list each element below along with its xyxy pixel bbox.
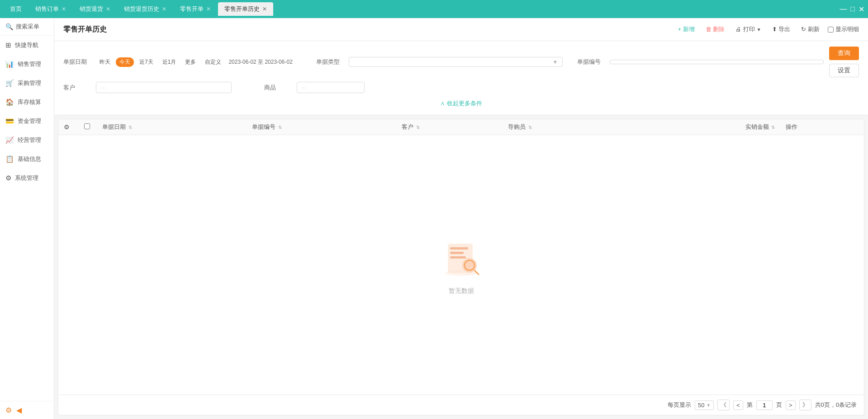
main-layout: 🔍 搜索采单 ⊞ 快捷导航 📊 销售管理 🛒 采购管理 🏠 库存核算 💳 资金管… xyxy=(0,18,868,419)
doc-type-select[interactable]: ▼ xyxy=(349,57,563,67)
delete-button[interactable]: 🗑 删除 xyxy=(703,24,728,35)
page-label-after: 页 xyxy=(776,401,782,409)
close-icon[interactable]: ✕ xyxy=(162,6,166,12)
sidebar-search[interactable]: 🔍 搜索采单 xyxy=(0,18,54,36)
search-icon: 🔍 xyxy=(5,23,13,30)
customer-label: 客户 xyxy=(63,84,90,92)
col-amount: 实销金额 ⇅ xyxy=(631,119,780,135)
tab-retail-open-history[interactable]: 零售开单历史 ✕ xyxy=(218,2,273,16)
first-page-button[interactable]: 《 xyxy=(717,400,730,410)
new-button[interactable]: + 新增 xyxy=(675,24,697,35)
close-button[interactable]: ✕ xyxy=(859,5,864,14)
page-input[interactable] xyxy=(756,400,773,410)
date-opt-more[interactable]: 更多 xyxy=(181,57,199,67)
sort-icon[interactable]: ⇅ xyxy=(278,125,282,130)
last-page-button[interactable]: 》 xyxy=(799,400,811,410)
svg-rect-3 xyxy=(450,252,464,254)
svg-rect-4 xyxy=(450,256,466,259)
close-icon[interactable]: ✕ xyxy=(106,6,110,12)
date-opt-custom[interactable]: 自定义 xyxy=(201,57,225,67)
page-label-before: 第 xyxy=(747,401,753,409)
money-icon: 💳 xyxy=(5,117,14,125)
grid-icon: ⊞ xyxy=(5,41,11,49)
maximize-button[interactable]: □ xyxy=(850,5,855,14)
tab-sales-return[interactable]: 销货退货 ✕ xyxy=(73,2,117,16)
col-customer: 客户 ⇅ xyxy=(396,119,503,135)
sidebar-item-finance[interactable]: 💳 资金管理 xyxy=(0,112,54,131)
next-page-button[interactable]: > xyxy=(786,400,796,410)
tab-home[interactable]: 首页 xyxy=(4,2,28,16)
table-area: ⚙ 单据日期 ⇅ 单据编号 ⇅ xyxy=(58,119,864,415)
date-opt-today[interactable]: 今天 xyxy=(116,57,134,67)
export-button[interactable]: ⬆ 导出 xyxy=(769,24,793,35)
date-label: 单据日期 xyxy=(63,58,90,66)
doc-no-label: 单据编号 xyxy=(577,58,604,66)
print-button[interactable]: 🖨 打印 ▼ xyxy=(733,24,764,35)
cart-icon: 🛒 xyxy=(5,79,14,87)
sidebar-item-sales-mgmt[interactable]: 📊 销售管理 xyxy=(0,55,54,74)
total-info: 共0页，0条记录 xyxy=(815,401,857,409)
chevron-down-icon: ▼ xyxy=(706,403,711,408)
collapse-sidebar-icon[interactable]: ◀ xyxy=(16,406,22,414)
tab-retail-open[interactable]: 零售开单 ✕ xyxy=(174,2,217,16)
sidebar-item-purchase-mgmt[interactable]: 🛒 采购管理 xyxy=(0,74,54,93)
show-detail-input[interactable] xyxy=(828,27,834,33)
empty-state: 暂无数据 xyxy=(58,135,864,395)
chevron-down-icon: ▼ xyxy=(757,27,761,32)
sort-icon[interactable]: ⇅ xyxy=(416,125,420,130)
sidebar-item-inventory[interactable]: 🏠 库存核算 xyxy=(0,93,54,112)
content-area: 零售开单历史 + 新增 🗑 删除 🖨 打印 ▼ ⬆ 导出 ↻ 刷新 xyxy=(54,18,868,419)
col-salesperson: 导购员 ⇅ xyxy=(503,119,631,135)
prev-page-button[interactable]: < xyxy=(733,400,743,410)
sidebar-item-quick-nav[interactable]: ⊞ 快捷导航 xyxy=(0,36,54,55)
house-icon: 🏠 xyxy=(5,98,14,106)
sidebar: 🔍 搜索采单 ⊞ 快捷导航 📊 销售管理 🛒 采购管理 🏠 库存核算 💳 资金管… xyxy=(0,18,54,419)
page-title: 零售开单历史 xyxy=(63,25,107,34)
empty-text: 暂无数据 xyxy=(449,287,474,295)
sidebar-item-operation[interactable]: 📈 经营管理 xyxy=(0,131,54,150)
page-size-select[interactable]: 50 ▼ xyxy=(695,400,714,410)
window-controls: — □ ✕ xyxy=(840,5,864,14)
show-detail-checkbox[interactable]: 显示明细 xyxy=(828,25,859,33)
top-tabbar: 首页 销售订单 ✕ 销货退货 ✕ 销货退货历史 ✕ 零售开单 ✕ 零售开单历史 … xyxy=(0,0,868,18)
sort-icon[interactable]: ⇅ xyxy=(771,125,775,130)
collapse-more-button[interactable]: ∧ 收起更多条件 xyxy=(63,98,859,109)
refresh-button[interactable]: ↻ 刷新 xyxy=(798,24,822,35)
select-all-checkbox[interactable] xyxy=(84,123,90,129)
col-action: 操作 xyxy=(780,119,864,135)
pagination-bar: 每页显示 50 ▼ 《 < 第 页 > 》 共0页，0条记录 xyxy=(58,395,864,415)
date-opt-7days[interactable]: 近7天 xyxy=(136,57,157,67)
settings-button[interactable]: 设置 xyxy=(829,64,859,77)
page-header: 零售开单历史 + 新增 🗑 删除 🖨 打印 ▼ ⬆ 导出 ↻ 刷新 xyxy=(54,18,868,41)
minimize-button[interactable]: — xyxy=(840,5,847,14)
gear-icon: ⚙ xyxy=(5,174,11,182)
customer-input[interactable]: ··· xyxy=(96,82,232,93)
close-icon[interactable]: ✕ xyxy=(262,6,267,12)
sidebar-item-basic-info[interactable]: 📋 基础信息 xyxy=(0,150,54,169)
sort-icon[interactable]: ⇅ xyxy=(128,125,132,130)
data-table: ⚙ 单据日期 ⇅ 单据编号 ⇅ xyxy=(58,119,864,135)
per-page-label: 每页显示 xyxy=(668,401,691,409)
sort-icon[interactable]: ⇅ xyxy=(528,125,532,130)
product-input[interactable]: ··· xyxy=(297,82,365,93)
settings-icon[interactable]: ⚙ xyxy=(5,406,12,414)
filter-area: 单据日期 昨天 今天 近7天 近1月 更多 自定义 2023-06-02 至 2… xyxy=(54,41,868,115)
doc-no-input[interactable] xyxy=(610,60,824,64)
date-opt-1month[interactable]: 近1月 xyxy=(159,57,180,67)
tab-sales-order[interactable]: 销售订单 ✕ xyxy=(29,2,72,16)
filter-row-date: 单据日期 昨天 今天 近7天 近1月 更多 自定义 2023-06-02 至 2… xyxy=(63,47,859,77)
svg-rect-2 xyxy=(450,247,468,250)
doc-type-label: 单据类型 xyxy=(316,58,343,66)
col-date: 单据日期 ⇅ xyxy=(97,119,247,135)
date-opt-yesterday[interactable]: 昨天 xyxy=(96,57,114,67)
btn-group: 查询 设置 xyxy=(829,47,859,77)
close-icon[interactable]: ✕ xyxy=(206,6,211,12)
tab-sales-return-history[interactable]: 销货退货历史 ✕ xyxy=(118,2,173,16)
close-icon[interactable]: ✕ xyxy=(62,6,66,12)
date-options: 昨天 今天 近7天 近1月 更多 自定义 2023-06-02 至 2023-0… xyxy=(96,57,293,67)
sidebar-item-system[interactable]: ⚙ 系统管理 xyxy=(0,169,54,188)
sidebar-bottom: ⚙ ◀ xyxy=(0,401,54,419)
column-settings-icon[interactable]: ⚙ xyxy=(64,123,70,131)
chevron-down-icon: ▼ xyxy=(553,59,558,65)
query-button[interactable]: 查询 xyxy=(829,47,859,60)
